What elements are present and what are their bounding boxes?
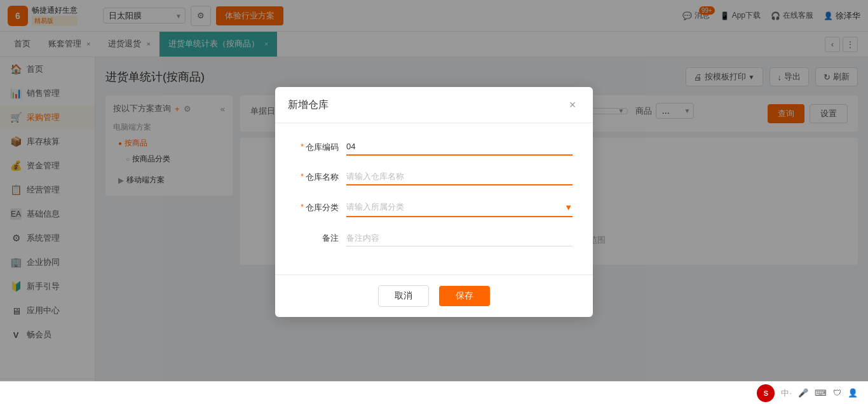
form-row-name: 仓库名称 (295, 168, 573, 185)
keyboard-status-icon[interactable]: ⌨ (815, 388, 827, 398)
form-label-code: 仓库编码 (295, 142, 346, 153)
status-icons: S 中· 🎤 ⌨ 🛡 👤 (757, 384, 858, 402)
cancel-button[interactable]: 取消 (378, 285, 429, 307)
shield-status-icon[interactable]: 🛡 (833, 388, 841, 398)
modal-overlay[interactable]: 新增仓库 × 仓库编码 仓库名称 仓库分类 请输入所属分类 ▼ (0, 0, 868, 404)
modal-header: 新增仓库 × (275, 87, 593, 123)
warehouse-code-input[interactable] (346, 138, 573, 156)
form-row-note: 备注 (295, 230, 573, 246)
form-row-code: 仓库编码 (295, 138, 573, 156)
modal-close-button[interactable]: × (565, 97, 580, 112)
warehouse-note-input[interactable] (346, 230, 573, 246)
middle-dot-icon: 中· (781, 387, 792, 399)
warehouse-name-input[interactable] (346, 168, 573, 185)
modal-body: 仓库编码 仓库名称 仓库分类 请输入所属分类 ▼ 备注 (275, 123, 593, 274)
category-chevron-icon: ▼ (564, 203, 573, 212)
save-button[interactable]: 保存 (439, 286, 490, 306)
sougou-icon[interactable]: S (757, 384, 775, 402)
modal-footer: 取消 保存 (275, 274, 593, 317)
warehouse-category-select[interactable]: 请输入所属分类 ▼ (346, 198, 573, 217)
form-label-category: 仓库分类 (295, 202, 346, 213)
form-row-category: 仓库分类 请输入所属分类 ▼ (295, 198, 573, 217)
form-label-name: 仓库名称 (295, 172, 346, 183)
modal-title: 新增仓库 (288, 98, 329, 112)
user-status-icon[interactable]: 👤 (848, 388, 858, 398)
form-label-note: 备注 (295, 232, 346, 244)
new-warehouse-modal: 新增仓库 × 仓库编码 仓库名称 仓库分类 请输入所属分类 ▼ (275, 87, 593, 317)
status-bar: S 中· 🎤 ⌨ 🛡 👤 (0, 381, 868, 404)
mic-status-icon[interactable]: 🎤 (798, 388, 808, 398)
